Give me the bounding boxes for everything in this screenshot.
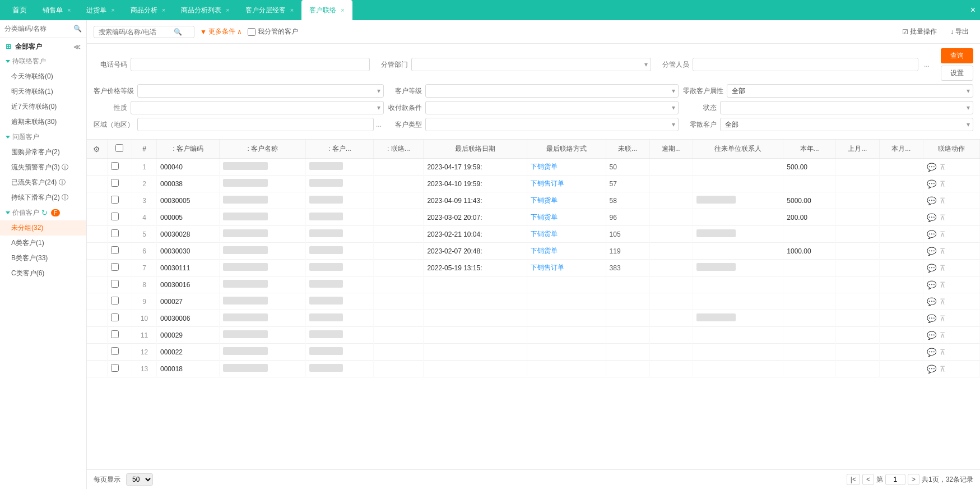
comment-icon[interactable]: 💬 bbox=[927, 163, 936, 172]
phone-input[interactable] bbox=[131, 58, 370, 71]
page-size-select[interactable]: 50 bbox=[126, 473, 153, 486]
scatter-attr-select[interactable]: 全部 bbox=[727, 84, 973, 98]
sidebar-item-overdue[interactable]: 逾期未联络(30) bbox=[0, 114, 86, 130]
row-checkbox[interactable] bbox=[111, 280, 119, 288]
grid-action-icon[interactable]: ⊼ bbox=[940, 247, 945, 256]
export-btn[interactable]: ↓ 导出 bbox=[946, 25, 973, 39]
more-filters-btn[interactable]: ▼ 更多条件 ∧ bbox=[200, 27, 242, 36]
reset-button[interactable]: 设置 bbox=[941, 66, 973, 81]
grid-action-icon[interactable]: ⊼ bbox=[940, 280, 945, 289]
close-icon[interactable]: × bbox=[67, 7, 71, 13]
sidebar-item-ungroup[interactable]: 未分组(32) bbox=[0, 220, 86, 236]
grid-action-icon[interactable]: ⊼ bbox=[940, 196, 945, 205]
sidebar-item-c-class[interactable]: C类客户(6) bbox=[0, 266, 86, 281]
close-icon[interactable]: × bbox=[111, 7, 114, 13]
row-checkbox[interactable] bbox=[111, 213, 119, 220]
sidebar-item-lost[interactable]: 已流失客户(24) ⓘ bbox=[0, 175, 86, 190]
tab-analysis[interactable]: 商品分析 × bbox=[123, 0, 173, 20]
col-this-month[interactable]: 本月... bbox=[879, 140, 923, 159]
close-icon[interactable]: × bbox=[162, 7, 165, 13]
grid-action-icon[interactable]: ⊼ bbox=[940, 264, 945, 273]
row-checkbox[interactable] bbox=[111, 263, 119, 271]
row-last-way[interactable]: 下销货单 bbox=[527, 243, 606, 260]
col-name[interactable]: : 客户名称 bbox=[220, 140, 306, 159]
col-gear[interactable]: ⚙ bbox=[87, 140, 107, 159]
row-last-way[interactable] bbox=[527, 327, 606, 344]
col-contact[interactable]: : 联络... bbox=[374, 140, 424, 159]
row-last-way[interactable]: 下销货单 bbox=[527, 209, 606, 226]
col-code[interactable]: : 客户编码 bbox=[156, 140, 219, 159]
col-overdue[interactable]: 逾期... bbox=[649, 140, 693, 159]
tab-customer-segment[interactable]: 客户分层经客 × bbox=[238, 0, 301, 20]
sidebar-item-abnormal[interactable]: 囤购异常客户(2) bbox=[0, 145, 86, 160]
sidebar-item-7days[interactable]: 近7天待联络(0) bbox=[0, 99, 86, 114]
comment-icon[interactable]: 💬 bbox=[927, 179, 936, 188]
row-checkbox[interactable] bbox=[111, 179, 119, 187]
row-checkbox[interactable] bbox=[111, 347, 119, 355]
grid-action-icon[interactable]: ⊼ bbox=[940, 297, 945, 306]
row-checkbox[interactable] bbox=[111, 246, 119, 254]
grid-action-icon[interactable]: ⊼ bbox=[940, 314, 945, 323]
comment-icon[interactable]: 💬 bbox=[927, 280, 936, 289]
row-last-way[interactable] bbox=[527, 310, 606, 327]
tab-analysis-list[interactable]: 商品分析列表 × bbox=[173, 0, 237, 20]
comment-icon[interactable]: 💬 bbox=[927, 264, 936, 273]
row-check-cell[interactable] bbox=[107, 159, 132, 176]
status-select[interactable] bbox=[720, 101, 973, 114]
scatter-select[interactable]: 全部 bbox=[720, 118, 973, 131]
row-last-way[interactable]: 下销售订单 bbox=[527, 260, 606, 276]
sidebar-search-input[interactable] bbox=[4, 25, 71, 33]
search-input[interactable] bbox=[99, 28, 171, 36]
row-check-cell[interactable] bbox=[107, 209, 132, 226]
grid-action-icon[interactable]: ⊼ bbox=[940, 331, 945, 340]
page-prev-btn[interactable]: < bbox=[862, 474, 874, 485]
global-close-icon[interactable]: × bbox=[970, 5, 976, 15]
page-first-btn[interactable]: |< bbox=[847, 474, 860, 485]
row-last-way[interactable] bbox=[527, 293, 606, 310]
row-check-cell[interactable] bbox=[107, 192, 132, 209]
page-number-input[interactable] bbox=[885, 474, 905, 485]
row-last-way[interactable]: 下销货单 bbox=[527, 159, 606, 176]
row-check-cell[interactable] bbox=[107, 310, 132, 327]
col-check[interactable] bbox=[107, 140, 132, 159]
select-all-checkbox[interactable] bbox=[115, 144, 123, 152]
row-check-cell[interactable] bbox=[107, 344, 132, 361]
cust-type-select[interactable] bbox=[425, 118, 679, 131]
comment-icon[interactable]: 💬 bbox=[927, 331, 936, 340]
row-check-cell[interactable] bbox=[107, 276, 132, 293]
grid-action-icon[interactable]: ⊼ bbox=[940, 365, 945, 373]
row-last-way[interactable]: 下销货单 bbox=[527, 192, 606, 209]
tab-customer-contact[interactable]: 客户联络 × bbox=[301, 0, 352, 20]
row-checkbox[interactable] bbox=[111, 364, 119, 372]
pending-contact-section[interactable]: 待联络客户 bbox=[0, 54, 86, 69]
tab-sales[interactable]: 销售单 × bbox=[35, 0, 78, 20]
value-customers-section[interactable]: 价值客户 ↻ F bbox=[0, 205, 86, 220]
row-check-cell[interactable] bbox=[107, 176, 132, 192]
grid-action-icon[interactable]: ⊼ bbox=[940, 348, 945, 357]
row-check-cell[interactable] bbox=[107, 327, 132, 344]
sidebar-item-declining[interactable]: 持续下滑客户(2) ⓘ bbox=[0, 190, 86, 205]
all-customers-header[interactable]: ⊞ 全部客户 ≪ bbox=[0, 38, 86, 54]
row-last-way[interactable]: 下销货单 bbox=[527, 226, 606, 243]
row-checkbox[interactable] bbox=[111, 313, 119, 321]
comment-icon[interactable]: 💬 bbox=[927, 196, 936, 205]
search-icon[interactable]: 🔍 bbox=[174, 28, 182, 36]
col-unit-contact[interactable]: 往来单位联系人 bbox=[693, 140, 783, 159]
row-check-cell[interactable] bbox=[107, 293, 132, 310]
problem-customers-section[interactable]: 问题客户 bbox=[0, 130, 86, 145]
row-last-way[interactable]: 下销售订单 bbox=[527, 176, 606, 192]
row-check-cell[interactable] bbox=[107, 226, 132, 243]
comment-icon[interactable]: 💬 bbox=[927, 348, 936, 357]
dept-select[interactable] bbox=[411, 58, 651, 71]
col-last-month[interactable]: 上月... bbox=[835, 140, 879, 159]
col-last-way[interactable]: 最后联络方式 bbox=[527, 140, 606, 159]
sidebar-item-losswarning[interactable]: 流失预警客户(3) ⓘ bbox=[0, 160, 86, 175]
row-last-way[interactable] bbox=[527, 361, 606, 377]
tab-purchase[interactable]: 进货单 × bbox=[78, 0, 122, 20]
my-customers-check[interactable]: 我分管的客户 bbox=[248, 27, 298, 36]
query-button[interactable]: 查询 bbox=[941, 48, 973, 63]
comment-icon[interactable]: 💬 bbox=[927, 365, 936, 373]
cust-level-select[interactable] bbox=[425, 84, 679, 98]
settings-gear-icon[interactable]: ⚙ bbox=[93, 145, 100, 154]
my-customers-checkbox[interactable] bbox=[248, 28, 256, 36]
